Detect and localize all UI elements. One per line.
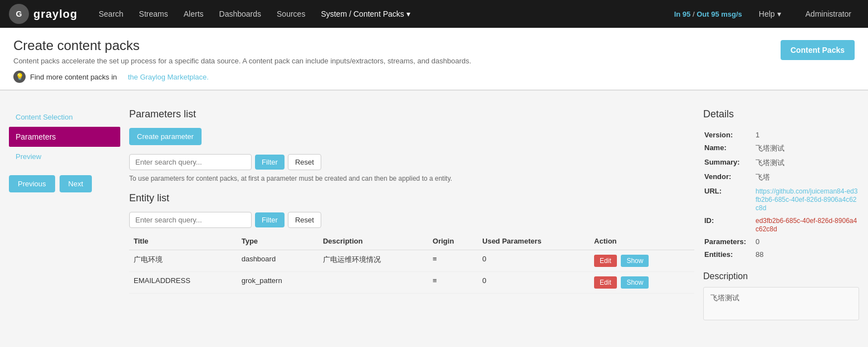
msgs-out-value: 95 <box>711 10 719 18</box>
details-name-value: 飞塔测试 <box>756 142 858 155</box>
details-vendor-row: Vendor: 飞塔 <box>704 171 858 184</box>
row1-origin: ≡ <box>428 250 478 272</box>
params-reset-button[interactable]: Reset <box>288 154 321 170</box>
row1-show-button[interactable]: Show <box>621 255 649 267</box>
params-search-bar: Filter Reset <box>129 154 694 170</box>
row1-description: 广电运维环境情况 <box>318 250 428 272</box>
details-entities-value: 88 <box>756 249 858 260</box>
col-action: Action <box>590 232 694 250</box>
msgs-unit: msg/s <box>721 10 742 18</box>
col-title: Title <box>129 232 237 250</box>
params-search-input[interactable] <box>129 154 252 170</box>
details-version-row: Version: 1 <box>704 129 858 141</box>
details-name-row: Name: 飞塔测试 <box>704 142 858 155</box>
details-parameters-label: Parameters: <box>704 236 754 247</box>
main-content: Content Selection Parameters Preview Pre… <box>0 100 868 329</box>
row2-type: grok_pattern <box>237 272 318 294</box>
next-button[interactable]: Next <box>60 175 92 192</box>
description-box: 飞塔测试 <box>703 287 859 320</box>
create-parameter-button[interactable]: Create parameter <box>129 128 202 145</box>
col-origin: Origin <box>428 232 478 250</box>
row1-actions: Edit Show <box>590 250 694 272</box>
marketplace-link[interactable]: the Graylog Marketplace. <box>128 73 209 81</box>
content-packs-button[interactable]: Content Packs <box>781 40 855 60</box>
params-filter-button[interactable]: Filter <box>255 155 285 170</box>
page-header: Create content packs Content packs accel… <box>0 28 868 90</box>
nav-dashboards[interactable]: Dashboards <box>212 0 269 28</box>
entity-table: Title Type Description Origin Used Param… <box>129 232 694 294</box>
details-vendor-value: 飞塔 <box>756 171 858 184</box>
nav-search[interactable]: Search <box>91 0 131 28</box>
entity-filter-button[interactable]: Filter <box>255 212 285 227</box>
row2-origin: ≡ <box>428 272 478 294</box>
previous-button[interactable]: Previous <box>9 175 55 192</box>
details-id-row: ID: ed3fb2b6-685c-40ef-826d-8906a4c62c8d <box>704 215 858 235</box>
sidebar-parameters[interactable]: Parameters <box>9 127 120 147</box>
details-parameters-value: 0 <box>756 236 858 247</box>
nav-sources[interactable]: Sources <box>269 0 313 28</box>
sidebar: Content Selection Parameters Preview Pre… <box>9 108 120 192</box>
description-title: Description <box>703 271 859 281</box>
description-text: 飞塔测试 <box>710 294 739 302</box>
details-version-label: Version: <box>704 129 754 141</box>
navbar: G graylog Search Streams Alerts Dashboar… <box>0 0 868 28</box>
row2-title: EMAILADDRESS <box>129 272 237 294</box>
page-title: Create content packs <box>13 38 855 53</box>
params-hint: To use parameters for content packs, at … <box>129 175 694 182</box>
right-panel: Details Version: 1 Name: 飞塔测试 Summary: 飞… <box>703 108 859 320</box>
entity-search-input[interactable] <box>129 212 252 228</box>
details-url-row: URL: https://github.com/juiceman84-ed3fb… <box>704 185 858 214</box>
details-url-label: URL: <box>704 185 754 214</box>
table-row: 广电环境 dashboard 广电运维环境情况 ≡ 0 Edit Show <box>129 250 694 272</box>
entity-search-bar: Filter Reset <box>129 212 694 228</box>
entity-section: Entity list Filter Reset Title Type Desc… <box>129 192 694 294</box>
nav-system-content-packs[interactable]: System / Content Packs ▾ <box>313 0 418 28</box>
details-summary-row: Summary: 飞塔测试 <box>704 156 858 170</box>
nav-streams[interactable]: Streams <box>131 0 176 28</box>
row2-actions: Edit Show <box>590 272 694 294</box>
params-section-title: Parameters list <box>129 108 694 120</box>
entity-reset-button[interactable]: Reset <box>288 212 321 228</box>
details-entities-row: Entities: 88 <box>704 249 858 260</box>
details-name-label: Name: <box>704 142 754 155</box>
center-panel: Parameters list Create parameter Filter … <box>129 108 694 294</box>
details-parameters-row: Parameters: 0 <box>704 236 858 247</box>
nav-admin[interactable]: Administrator <box>798 0 859 28</box>
msgs-out-label: Out <box>697 10 709 18</box>
details-vendor-label: Vendor: <box>704 171 754 184</box>
nav-links: Search Streams Alerts Dashboards Sources… <box>91 0 674 28</box>
row1-used-params: 0 <box>478 250 590 272</box>
entity-section-title: Entity list <box>129 192 694 204</box>
details-summary-label: Summary: <box>704 156 754 170</box>
nav-help[interactable]: Help ▾ <box>751 0 789 28</box>
details-entities-label: Entities: <box>704 249 754 260</box>
logo-icon: G <box>9 4 29 24</box>
sidebar-preview[interactable]: Preview <box>9 148 120 165</box>
msgs-in-label: In <box>674 10 681 18</box>
details-title: Details <box>703 108 859 120</box>
details-table: Version: 1 Name: 飞塔测试 Summary: 飞塔测试 Vend… <box>703 128 859 261</box>
details-url-value[interactable]: https://github.com/juiceman84-ed3fb2b6-6… <box>756 187 857 212</box>
nav-alerts[interactable]: Alerts <box>176 0 212 28</box>
col-used-params: Used Parameters <box>478 232 590 250</box>
row1-type: dashboard <box>237 250 318 272</box>
details-summary-value: 飞塔测试 <box>756 156 858 170</box>
marketplace-hint: 💡 Find more content packs in the Graylog… <box>13 71 855 83</box>
marketplace-hint-text: Find more content packs in <box>30 73 117 81</box>
brand: G graylog <box>9 4 77 24</box>
col-type: Type <box>237 232 318 250</box>
col-description: Description <box>318 232 428 250</box>
sidebar-buttons: Previous Next <box>9 175 120 192</box>
row1-edit-button[interactable]: Edit <box>594 255 617 267</box>
row2-used-params: 0 <box>478 272 590 294</box>
nav-right: In 95 / Out 95 msg/s Help ▾ Administrato… <box>674 0 859 28</box>
row2-edit-button[interactable]: Edit <box>594 276 617 289</box>
msgs-in-value: 95 <box>683 10 690 18</box>
row2-show-button[interactable]: Show <box>621 276 649 289</box>
sidebar-content-selection[interactable]: Content Selection <box>9 108 120 126</box>
details-id-value: ed3fb2b6-685c-40ef-826d-8906a4c62c8d <box>756 217 857 233</box>
msg-stats: In 95 / Out 95 msg/s <box>674 10 742 18</box>
details-id-label: ID: <box>704 215 754 235</box>
bulb-icon: 💡 <box>13 71 26 83</box>
row1-title: 广电环境 <box>129 250 237 272</box>
